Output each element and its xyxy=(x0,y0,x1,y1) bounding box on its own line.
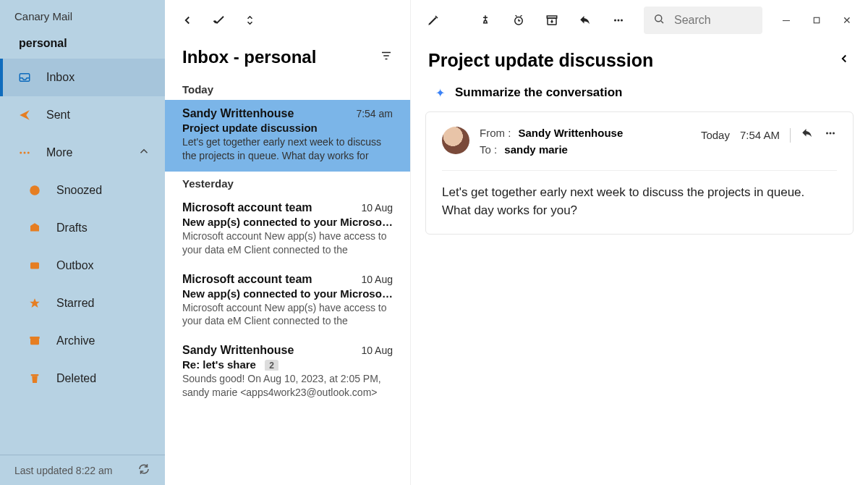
to-label: To : xyxy=(480,143,497,156)
last-updated-label: Last updated 8:22 am xyxy=(14,465,112,476)
message-item[interactable]: Sandy Writtenhouse 10 Aug Re: let's shar… xyxy=(165,337,410,408)
svg-rect-7 xyxy=(30,337,40,339)
archive-button[interactable] xyxy=(538,7,566,34)
close-button[interactable]: ✕ xyxy=(835,8,859,33)
summarize-row[interactable]: ✦ Summarize the conversation xyxy=(411,77,868,111)
svg-point-3 xyxy=(27,152,30,154)
divider xyxy=(790,128,791,143)
list-header: Inbox - personal xyxy=(165,40,410,77)
svg-point-17 xyxy=(826,132,828,135)
list-toolbar xyxy=(165,0,410,40)
collapse-icon[interactable] xyxy=(838,52,851,69)
snooze-button[interactable] xyxy=(505,7,532,34)
message-preview: Microsoft account New app(s) have access… xyxy=(182,301,393,329)
star-icon xyxy=(26,295,43,312)
sidebar-item-archive[interactable]: Archive xyxy=(0,322,165,360)
compose-button[interactable] xyxy=(420,7,447,34)
maximize-button[interactable] xyxy=(804,8,829,33)
svg-point-15 xyxy=(655,14,662,21)
message-item[interactable]: Microsoft account team 10 Aug New app(s)… xyxy=(165,266,410,337)
sparkle-icon: ✦ xyxy=(435,86,445,100)
svg-point-4 xyxy=(30,185,40,195)
message-subject: New app(s) connected to your Microsoft a… xyxy=(182,216,393,228)
thread-count-badge: 2 xyxy=(265,360,278,371)
mark-read-button[interactable] xyxy=(205,7,233,34)
email-subject: Project update discussion xyxy=(428,50,653,71)
message-sender: Sandy Writtenhouse xyxy=(182,344,294,357)
svg-point-18 xyxy=(830,132,832,135)
sent-icon xyxy=(16,106,33,124)
message-subject: Re: let's share 2 xyxy=(182,358,393,371)
more-actions-button[interactable] xyxy=(605,7,632,34)
to-value: sandy marie xyxy=(504,143,568,156)
svg-rect-11 xyxy=(547,16,557,18)
filter-icon[interactable] xyxy=(380,49,393,65)
sort-button[interactable] xyxy=(237,7,265,34)
email-day: Today xyxy=(701,129,730,141)
reply-icon[interactable] xyxy=(801,127,814,143)
sidebar-item-outbox[interactable]: Outbox xyxy=(0,247,165,284)
svg-point-14 xyxy=(621,19,623,21)
svg-rect-8 xyxy=(31,374,39,376)
from-value: Sandy Writtenhouse xyxy=(519,127,624,139)
message-subject: New app(s) connected to your Microsoft a… xyxy=(182,287,393,300)
email-time: 7:54 AM xyxy=(740,129,780,141)
sidebar-item-label: Starred xyxy=(56,297,94,310)
minimize-button[interactable]: ─ xyxy=(774,8,799,33)
summarize-label: Summarize the conversation xyxy=(455,85,622,100)
sidebar-item-label: Sent xyxy=(46,109,70,122)
sidebar-item-label: Archive xyxy=(56,334,95,347)
sidebar-item-drafts[interactable]: Drafts xyxy=(0,209,165,247)
sidebar-footer: Last updated 8:22 am xyxy=(0,455,165,485)
message-preview: Let's get together early next week to di… xyxy=(182,135,393,163)
message-preview: Microsoft account New app(s) have access… xyxy=(182,229,393,257)
account-label[interactable]: personal xyxy=(0,28,165,59)
sidebar: Canary Mail personal Inbox Sent More Sno… xyxy=(0,0,165,485)
svg-rect-5 xyxy=(30,263,39,269)
sidebar-item-label: More xyxy=(46,146,72,159)
group-today: Today xyxy=(165,77,410,100)
outbox-icon xyxy=(26,257,43,274)
message-time: 7:54 am xyxy=(356,108,393,119)
svg-rect-6 xyxy=(30,338,39,345)
sidebar-item-inbox[interactable]: Inbox xyxy=(0,59,165,96)
sidebar-item-snoozed[interactable]: Snoozed xyxy=(0,172,165,209)
sidebar-item-starred[interactable]: Starred xyxy=(0,284,165,322)
trash-icon xyxy=(26,370,43,387)
top-toolbar: ─ ✕ xyxy=(411,0,868,40)
message-time: 10 Aug xyxy=(361,274,393,285)
sender-avatar[interactable] xyxy=(442,127,469,154)
email-body: Let's get together early next week to di… xyxy=(442,184,818,219)
pin-button[interactable] xyxy=(472,7,499,34)
archive-icon xyxy=(26,332,43,350)
refresh-icon[interactable] xyxy=(137,463,150,478)
message-item[interactable]: Sandy Writtenhouse 7:54 am Project updat… xyxy=(165,100,410,172)
clock-icon xyxy=(26,182,43,199)
sidebar-item-deleted[interactable]: Deleted xyxy=(0,360,165,397)
sidebar-item-sent[interactable]: Sent xyxy=(0,96,165,134)
list-title: Inbox - personal xyxy=(182,47,316,67)
sidebar-item-label: Outbox xyxy=(56,259,94,272)
svg-point-12 xyxy=(614,19,616,21)
svg-point-2 xyxy=(24,152,26,154)
sidebar-item-label: Drafts xyxy=(56,222,88,235)
search-input[interactable] xyxy=(674,14,754,27)
email-card: From : Sandy Writtenhouse To : sandy mar… xyxy=(425,111,854,235)
more-icon xyxy=(16,144,33,161)
back-button[interactable] xyxy=(174,7,201,34)
search-box[interactable] xyxy=(644,7,762,34)
sidebar-item-label: Snoozed xyxy=(56,184,102,197)
sidebar-item-label: Inbox xyxy=(46,71,75,84)
more-icon[interactable] xyxy=(824,127,837,143)
message-time: 10 Aug xyxy=(361,202,393,214)
reading-pane: ─ ✕ Project update discussion ✦ Summariz… xyxy=(411,0,868,485)
svg-point-19 xyxy=(833,132,835,135)
divider xyxy=(442,170,837,171)
app-title: Canary Mail xyxy=(0,0,165,28)
reply-button[interactable] xyxy=(571,7,599,34)
sidebar-item-more[interactable]: More xyxy=(0,134,165,172)
inbox-icon xyxy=(16,69,33,86)
group-yesterday: Yesterday xyxy=(165,172,410,194)
message-item[interactable]: Microsoft account team 10 Aug New app(s)… xyxy=(165,194,410,266)
message-sender: Microsoft account team xyxy=(182,273,312,286)
